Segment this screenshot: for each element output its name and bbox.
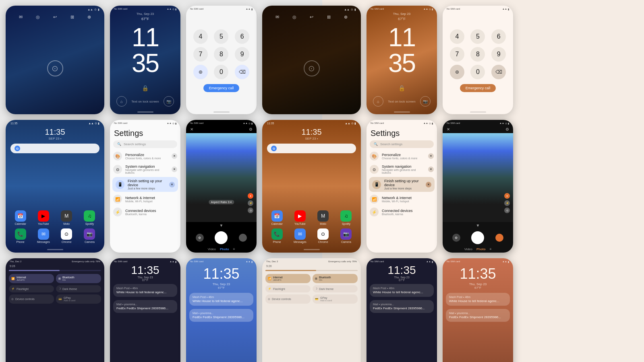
settings-item-connected-8[interactable]: ⚡ Connected devices Bluetooth, karma — [110, 206, 180, 218]
photo-tab[interactable]: Photo — [220, 247, 229, 251]
close-personalize-11[interactable]: ✕ — [428, 153, 434, 159]
thumbnail-btn[interactable] — [239, 234, 247, 242]
key-9-6[interactable]: 9 — [491, 47, 506, 62]
close-sysnav-8[interactable]: ✕ — [172, 167, 177, 172]
fingerprint-icon[interactable]: ⊙ — [47, 60, 63, 76]
key-4[interactable]: 4 — [193, 29, 208, 44]
notif-1-18[interactable]: Mash Post • 46m White House to tell fede… — [446, 293, 510, 306]
home-btn[interactable]: ⌂ — [116, 96, 127, 107]
qs-bt-16[interactable]: ⊞ Bluetooth On — [313, 274, 358, 283]
notif-2-18[interactable]: Mail • yourema... FedEx FedEx Shipment 2… — [446, 309, 510, 322]
camera-btn-5[interactable]: 📷 — [420, 96, 431, 107]
app-moto-7[interactable]: M Moto — [57, 210, 77, 225]
emergency-call-btn[interactable]: Emergency call — [203, 84, 240, 92]
key-9[interactable]: 9 — [235, 47, 249, 62]
settings-camera-btn[interactable]: ⚙ — [249, 127, 253, 132]
shutter-btn[interactable] — [215, 231, 228, 244]
search-bar-11[interactable]: 🔍 Search settings — [370, 140, 434, 148]
video-tab-12[interactable]: Video — [464, 247, 472, 251]
qs-devctl-13[interactable]: ⊙ Device controls — [9, 294, 54, 304]
more-tab-12[interactable]: ≡ — [490, 247, 492, 251]
key-special-right[interactable]: ⌫ — [235, 65, 249, 79]
camera-btn[interactable]: 📷 — [164, 96, 174, 107]
app-calendar-7[interactable]: 📅 Calendar — [10, 210, 30, 225]
app-spotify-7[interactable]: ♫ Spotify — [80, 210, 99, 225]
key-6-6[interactable]: 6 — [491, 29, 506, 44]
settings-icon-cam[interactable]: ⚙ — [196, 234, 204, 242]
notif-2-15[interactable]: Mail • yourema... FedEx FedEx Shipment 2… — [189, 309, 253, 322]
record-btn-12[interactable]: ● — [504, 193, 510, 199]
app-camera-7[interactable]: 📷 Camera — [80, 228, 99, 243]
app-cam-10[interactable]: 📷 Camera — [336, 228, 356, 243]
close-camera-btn[interactable]: ✕ — [190, 127, 193, 132]
video-tab[interactable]: Video — [208, 247, 216, 251]
qs-internet-13[interactable]: 📶 Internet JohnFC — [9, 274, 54, 283]
thumbnail-12[interactable] — [495, 234, 503, 242]
close-personalize-8[interactable]: ✕ — [172, 153, 177, 159]
app-chrome-10[interactable]: ⊙ Chrome — [313, 228, 333, 243]
settings-item-connected-11[interactable]: ⚡ Connected devices Bluetooth, karma — [367, 206, 437, 218]
emergency-call-btn-6[interactable]: Emergency call — [460, 84, 496, 92]
close-setup-8[interactable]: ✕ — [169, 182, 175, 187]
flash-btn-12[interactable]: ⚡ — [504, 200, 510, 206]
app-cal-10[interactable]: 📅 Calendar — [267, 210, 287, 225]
settings-item-setup-8[interactable]: 📱 Finish setting up your device Just a f… — [112, 177, 178, 192]
app-chrome-7[interactable]: ⊙ Chrome — [57, 228, 77, 243]
settings-item-setup-11[interactable]: 📱 Finish setting up your device Just a f… — [369, 177, 435, 192]
app-spotify-10[interactable]: ♫ Spotify — [336, 210, 356, 225]
key-6[interactable]: 6 — [235, 29, 249, 44]
key-special-left[interactable]: ⊛ — [193, 65, 208, 79]
key-8-6[interactable]: 8 — [470, 47, 485, 62]
app-yt-10[interactable]: ▶ YouTube — [290, 210, 310, 225]
shutter-12[interactable] — [471, 231, 484, 244]
record-btn[interactable]: ● — [248, 193, 253, 199]
close-setup-11[interactable]: ✕ — [426, 182, 431, 187]
notif-2-17[interactable]: Mail • yourema... FedEx FedEx Shipment 2… — [370, 300, 434, 313]
expand-12[interactable]: ▼ — [443, 222, 513, 229]
key-7-6[interactable]: 7 — [450, 47, 464, 62]
flash-btn[interactable]: ⚡ — [248, 200, 253, 206]
mode-btn[interactable]: ◎ — [248, 208, 253, 213]
key-0-6[interactable]: 0 — [470, 65, 485, 79]
key-0[interactable]: 0 — [214, 65, 228, 79]
qs-devctl-16[interactable]: ⊙ Device controls — [265, 294, 311, 304]
app-msg-10[interactable]: ✉ Messages — [290, 228, 310, 243]
key-4-6[interactable]: 4 — [450, 29, 464, 44]
close-cam-12[interactable]: ✕ — [447, 127, 450, 132]
expand-btn[interactable]: ▼ — [186, 222, 257, 229]
key-5[interactable]: 5 — [214, 29, 228, 44]
settings-item-personalize-11[interactable]: 🎨 Personalize Choose fonts, colors & mor… — [367, 150, 437, 162]
key-sr-6[interactable]: ⌫ — [491, 65, 506, 79]
app-moto-10[interactable]: M Moto — [313, 210, 333, 225]
notif-1-15[interactable]: Mash Post • 46m White House to tell fede… — [189, 293, 253, 306]
google-bar-7[interactable]: G — [10, 144, 99, 153]
app-phone-10[interactable]: 📞 Phone — [267, 228, 287, 243]
brightness-bar-13[interactable] — [9, 270, 101, 271]
app-youtube-7[interactable]: ▶ YouTube — [33, 210, 53, 225]
key-8[interactable]: 8 — [214, 47, 228, 62]
key-sl-6[interactable]: ⊛ — [450, 65, 464, 79]
settings-item-network-11[interactable]: 📶 Network & internet Mobile, Wi-Fi, hots… — [367, 193, 437, 206]
qs-flash-13[interactable]: ⚡ Flashlight — [9, 285, 54, 292]
google-bar-10[interactable]: G — [267, 144, 356, 153]
settings-item-sysnav-8[interactable]: ⊙ System navigation Navigate with gestur… — [110, 162, 180, 176]
settings-icon-12[interactable]: ⚙ — [452, 234, 460, 242]
key-7[interactable]: 7 — [193, 47, 208, 62]
notif-2-14[interactable]: Mail • yourema... FedEx FedEx Shipment 2… — [113, 300, 177, 313]
qs-bt-13[interactable]: ⊞ Bluetooth On — [56, 274, 101, 283]
app-phone-7[interactable]: 📞 Phone — [10, 228, 30, 243]
home-btn-5[interactable]: ⌂ — [373, 96, 383, 107]
app-messages-7[interactable]: ✉ Messages — [33, 228, 53, 243]
photo-tab-12[interactable]: Photo — [476, 247, 486, 251]
settings-item-personalize-8[interactable]: 🎨 Personalize Choose fonts, colors & mor… — [110, 150, 180, 162]
qs-gpay-16[interactable]: 💳 GPay Add a card — [313, 294, 358, 304]
more-tab[interactable]: ≡ — [233, 247, 235, 251]
brightness-bar-16[interactable] — [265, 270, 358, 271]
fingerprint-icon-4[interactable]: ⊙ — [304, 60, 320, 76]
settings-item-network-8[interactable]: 📶 Network & internet Mobile, Wi-Fi, hots… — [110, 193, 180, 206]
qs-dark-16[interactable]: ☽ Dark theme — [313, 285, 358, 292]
settings-item-sysnav-11[interactable]: ⊙ System navigation Navigate with gestur… — [367, 162, 437, 176]
close-sysnav-11[interactable]: ✕ — [428, 167, 434, 172]
qs-internet-16[interactable]: 📶 Internet JohnFC — [265, 274, 311, 283]
settings-cam-12[interactable]: ⚙ — [505, 127, 509, 132]
